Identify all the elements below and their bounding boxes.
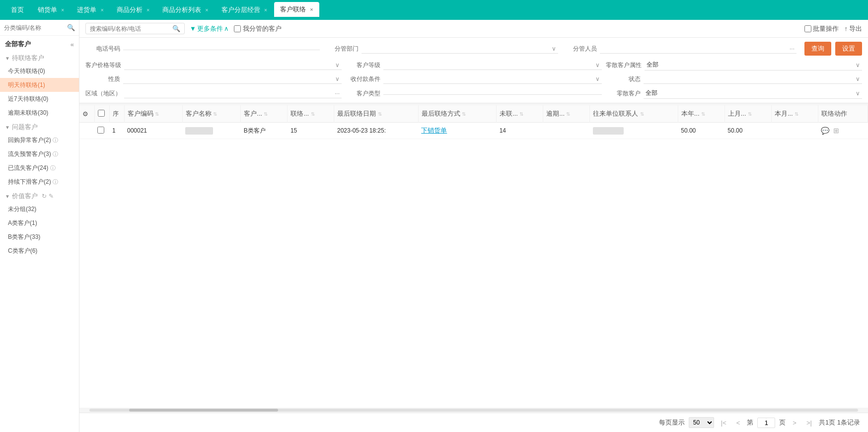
batch-check[interactable] xyxy=(804,25,811,32)
batch-operations-btn[interactable]: 批量操作 xyxy=(804,24,839,33)
col-last-method[interactable]: 最后联络方式 ⇅ xyxy=(418,105,496,123)
sidebar-item-repurchase-abnormal[interactable]: 回购异常客户(2) ⓘ xyxy=(0,133,79,147)
col-last-month[interactable]: 上月... ⇅ xyxy=(724,105,771,123)
scrollbar-thumb[interactable] xyxy=(129,409,278,412)
grid-icon[interactable]: ⊞ xyxy=(833,127,839,135)
masked-name: Ea xyxy=(185,127,213,135)
sidebar-item-churn-warning[interactable]: 流失预警客户(3) ⓘ xyxy=(0,147,79,161)
filter-nature-input[interactable]: ∨ xyxy=(123,74,342,84)
filter-status: 状态 ∨ xyxy=(606,74,862,84)
search-box: 🔍 xyxy=(85,23,185,34)
filter-row-2: 客户价格等级 ∨ 客户等级 ∨ 零散客户属性 全部 xyxy=(85,60,862,71)
gear-icon[interactable]: ⚙ xyxy=(82,110,88,118)
sidebar-item-a-class[interactable]: A类客户(1) xyxy=(0,216,79,230)
sidebar-item-7days[interactable]: 近7天待联络(0) xyxy=(0,92,79,106)
sidebar-item-today[interactable]: 今天待联络(0) xyxy=(0,64,79,78)
refresh-icon[interactable]: ↻ xyxy=(42,193,47,200)
filter-type-input[interactable] xyxy=(383,92,602,95)
close-icon: × xyxy=(205,7,208,13)
per-page-select[interactable]: 50 100 200 xyxy=(689,417,714,428)
sidebar-item-overdue[interactable]: 逾期未联络(30) xyxy=(0,106,79,120)
nav-home[interactable]: 首页 xyxy=(4,2,31,17)
filter-dept-input[interactable]: ∨ xyxy=(362,44,558,54)
horizontal-scrollbar[interactable] xyxy=(79,408,868,413)
dots-icon[interactable]: ··· xyxy=(790,45,795,52)
cell-code: 000021 xyxy=(124,123,182,139)
col-this-month[interactable]: 本月... ⇅ xyxy=(771,105,818,123)
comment-icon[interactable]: 💬 xyxy=(821,127,829,135)
col-last-date[interactable]: 最后联络日期 ⇅ xyxy=(334,105,418,123)
sidebar-item-declining[interactable]: 持续下滑客户(2) ⓘ xyxy=(0,175,79,189)
col-unit-contact[interactable]: 往来单位联系人 ⇅ xyxy=(590,105,678,123)
sidebar-search-container: 🔍 xyxy=(0,20,79,36)
last-method-link[interactable]: 下销货单 xyxy=(421,127,447,134)
col-code[interactable]: 客户编码 ⇅ xyxy=(124,105,182,123)
row-check[interactable] xyxy=(97,127,104,134)
prev-page-btn[interactable]: < xyxy=(733,418,743,428)
filter-region: 区域（地区） ··· xyxy=(85,89,342,98)
sidebar-group-problem[interactable]: ▼ 问题客户 xyxy=(0,120,79,133)
sidebar-search-input[interactable] xyxy=(4,24,65,31)
col-name[interactable]: 客户名称 ⇅ xyxy=(182,105,240,123)
cell-overdue xyxy=(543,123,590,139)
col-type[interactable]: 客户... ⇅ xyxy=(241,105,288,123)
sidebar-item-ungrouped[interactable]: 未分组(32) xyxy=(0,202,79,216)
filter-customer-type: 客户类型 xyxy=(346,89,602,98)
filter-status-input[interactable]: ∨ xyxy=(644,74,862,84)
settings-button[interactable]: 设置 xyxy=(835,42,862,56)
col-gear[interactable]: ⚙ xyxy=(79,105,94,123)
filter-person-input[interactable]: ··· xyxy=(600,44,796,54)
nav-tab-purchase[interactable]: 进货单 × xyxy=(71,2,109,17)
more-conditions-btn[interactable]: ▼ 更多条件 ∧ xyxy=(190,24,229,33)
nav-tab-sales[interactable]: 销货单 × xyxy=(32,2,70,17)
filter-region-input[interactable]: ··· xyxy=(124,89,342,98)
all-customers-label: 全部客户 xyxy=(5,40,31,49)
filter-phone-label: 电话号码 xyxy=(85,45,120,53)
col-check[interactable] xyxy=(94,105,109,123)
nav-tab-customer-contact[interactable]: 客户联络 × xyxy=(274,2,319,18)
sort-icon: ⇅ xyxy=(566,111,570,117)
page-suffix: 页 xyxy=(779,418,786,427)
search-icon[interactable]: 🔍 xyxy=(67,24,75,31)
my-customers-checkbox[interactable]: 我分管的客户 xyxy=(234,24,282,33)
sidebar-group-value[interactable]: ▼ 价值客户 ↻ ✎ xyxy=(0,189,79,202)
filter-payment-input[interactable]: ∨ xyxy=(383,74,602,84)
filter-retail-input[interactable]: 全部 ∨ xyxy=(645,60,862,71)
filter-payment: 收付款条件 ∨ xyxy=(346,74,602,84)
next-page-btn[interactable]: > xyxy=(790,418,799,428)
dots-icon[interactable]: ··· xyxy=(335,90,340,97)
my-customers-check[interactable] xyxy=(234,25,241,32)
col-this-year[interactable]: 本年... ⇅ xyxy=(678,105,724,123)
filter-level-input[interactable]: ∨ xyxy=(383,61,602,70)
nav-tab-analysis-list[interactable]: 商品分析列表 × xyxy=(156,2,214,17)
filter-type-label: 客户类型 xyxy=(346,89,380,98)
sidebar-group-pending[interactable]: ▼ 待联络客户 xyxy=(0,51,79,64)
search-input[interactable] xyxy=(90,25,170,32)
col-contacts[interactable]: 联络... ⇅ xyxy=(288,105,334,123)
cell-last-method[interactable]: 下销货单 xyxy=(418,123,496,139)
all-customers-header[interactable]: 全部客户 « xyxy=(0,36,79,51)
page-input[interactable] xyxy=(757,418,775,428)
search-icon[interactable]: 🔍 xyxy=(172,25,180,32)
select-all-check[interactable] xyxy=(98,110,105,117)
col-overdue[interactable]: 逾期... ⇅ xyxy=(543,105,590,123)
filter-retail2-input[interactable]: 全部 ∨ xyxy=(644,88,862,99)
export-btn[interactable]: ↑ 导出 xyxy=(845,24,863,33)
last-page-btn[interactable]: >| xyxy=(803,418,815,428)
sidebar-item-c-class[interactable]: C类客户(6) xyxy=(0,244,79,258)
collapse-icon[interactable]: « xyxy=(71,41,74,48)
filter-actions: 查询 设置 xyxy=(804,42,862,56)
nav-tab-analysis[interactable]: 商品分析 × xyxy=(111,2,155,17)
sidebar-item-tomorrow[interactable]: 明天待联络(1) xyxy=(0,78,79,92)
sort-icon: ⇅ xyxy=(311,111,315,117)
sidebar-item-churned[interactable]: 已流失客户(24) ⓘ xyxy=(0,161,79,175)
sidebar-item-b-class[interactable]: B类客户(33) xyxy=(0,230,79,244)
filter-price-input[interactable]: ∨ xyxy=(124,61,342,70)
filter-phone-input[interactable] xyxy=(123,48,320,50)
cell-check[interactable] xyxy=(94,123,109,139)
col-uncontacted[interactable]: 未联... ⇅ xyxy=(497,105,543,123)
nav-tab-customer-segment[interactable]: 客户分层经营 × xyxy=(216,2,273,17)
query-button[interactable]: 查询 xyxy=(804,42,831,56)
edit-icon[interactable]: ✎ xyxy=(49,193,54,200)
first-page-btn[interactable]: |< xyxy=(718,418,729,428)
